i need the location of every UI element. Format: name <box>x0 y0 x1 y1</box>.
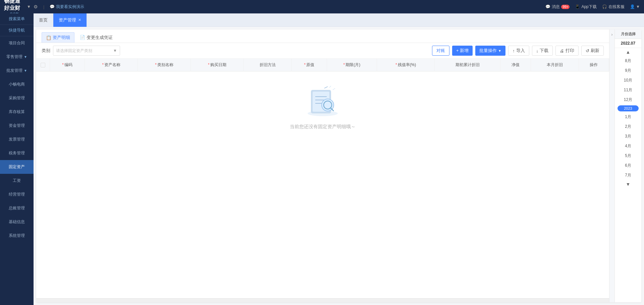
sidebar-item-search-menu[interactable]: 搜索菜单 <box>0 13 34 25</box>
sidebar-item-payroll[interactable]: 工资 <box>0 174 34 188</box>
download-button[interactable]: ↓ 下载 <box>532 46 553 56</box>
add-button[interactable]: + 新增 <box>452 46 473 56</box>
reconcile-button[interactable]: 对账 <box>432 46 449 56</box>
month-item-12[interactable]: 12月 <box>615 95 641 105</box>
toolbar-right: 对账 + 新增 批量操作 ▼ ↑ 导入 ↓ 下载 <box>432 46 604 56</box>
user-avatar[interactable]: 👤 ▼ <box>630 4 640 9</box>
sidebar-label: 库存核算 <box>9 109 25 115</box>
sidebar-label: 资金管理 <box>9 123 25 129</box>
sidebar: 搜索菜单 快捷导航 项目合同 零售管理 ▼ 批发管理 ▼ 小畅电商 采购管理 库… <box>0 13 34 305</box>
sidebar-item-retail[interactable]: 零售管理 ▼ <box>0 50 34 64</box>
table-header-row: *编码 *资产名称 *类别名称 *购买日期 折旧方法 *原值 *期限(月) *残… <box>36 59 609 71</box>
service-icon: 🎧 <box>602 4 607 9</box>
month-item-9[interactable]: 9月 <box>615 66 641 75</box>
sidebar-label: 经营管理 <box>9 192 25 197</box>
month-item-1[interactable]: 1月 <box>615 112 641 122</box>
online-service-button[interactable]: 🎧 在线客服 <box>602 4 625 10</box>
asset-table: *编码 *资产名称 *类别名称 *购买日期 折旧方法 *原值 *期限(月) *残… <box>36 59 609 71</box>
sub-tab-change-voucher[interactable]: 📄 变更生成凭证 <box>76 33 117 43</box>
bottom-scrollbar[interactable] <box>36 298 609 302</box>
refresh-button[interactable]: ↺ 刷新 <box>581 46 604 56</box>
tab-home[interactable]: 首页 <box>34 13 53 27</box>
svg-line-11 <box>333 88 335 90</box>
month-item-10[interactable]: 10月 <box>615 75 641 85</box>
settings-icon[interactable]: ⚙ <box>34 4 38 9</box>
category-select[interactable]: 请选择固定资产类别 ▼ <box>53 46 120 56</box>
sub-tab-label: 资产明细 <box>53 35 70 41</box>
sidebar-item-ecommerce[interactable]: 小畅电商 <box>0 78 34 91</box>
th-operations: 操作 <box>579 59 609 71</box>
th-net-value: 净值 <box>500 59 531 71</box>
download-icon: ↓ <box>536 48 539 53</box>
chevron-right-icon: › <box>611 32 613 37</box>
month-nav-down[interactable]: ▼ <box>615 180 641 188</box>
sidebar-label: 批发管理 <box>6 68 22 73</box>
year-badge-2023[interactable]: 2023 <box>618 105 639 111</box>
month-item-4[interactable]: 4月 <box>615 141 641 151</box>
message-badge: 99+ <box>561 5 570 9</box>
sidebar-item-general-ledger[interactable]: 总账管理 <box>0 201 34 215</box>
month-item-3[interactable]: 3月 <box>615 132 641 141</box>
demo-link[interactable]: 💬 我要看实例演示 <box>50 4 84 10</box>
sidebar-item-purchase[interactable]: 采购管理 <box>0 91 34 105</box>
toolbar-left: 类别 请选择固定资产类别 ▼ <box>42 46 429 56</box>
sub-tab-asset-detail[interactable]: 📋 资产明细 <box>42 32 74 43</box>
sidebar-item-basic-info[interactable]: 基础信息 <box>0 215 34 229</box>
month-nav-up[interactable]: ▲ <box>615 48 641 56</box>
sidebar-item-fixed-assets[interactable]: 固定资产 <box>0 160 34 174</box>
tab-close-icon[interactable]: ✕ <box>78 18 81 22</box>
sidebar-label: 工资 <box>13 178 21 184</box>
company-dropdown[interactable]: ▼ <box>27 4 31 9</box>
import-label: 导入 <box>516 48 525 54</box>
sidebar-item-finance[interactable]: 资金管理 <box>0 119 34 133</box>
category-placeholder: 请选择固定资产类别 <box>56 48 92 54</box>
month-item-7[interactable]: 7月 <box>615 170 641 180</box>
sidebar-item-inventory[interactable]: 库存核算 <box>0 105 34 119</box>
th-checkbox <box>36 59 50 71</box>
category-label: 类别 <box>42 48 50 54</box>
empty-state: 当前您还没有固定资产明细哦～ <box>36 71 609 143</box>
th-code: *编码 <box>50 59 85 71</box>
month-item-11[interactable]: 11月 <box>615 85 641 95</box>
search-menu-label: 搜索菜单 <box>9 16 25 21</box>
app-download-button[interactable]: 📱 App下载 <box>575 4 596 10</box>
month-item-5[interactable]: 5月 <box>615 151 641 161</box>
chevron-down-icon: ▼ <box>24 55 27 59</box>
th-purchase-date: *购买日期 <box>191 59 244 71</box>
month-item-6[interactable]: 6月 <box>615 161 641 170</box>
th-depreciation-method: 折旧方法 <box>244 59 291 71</box>
sidebar-item-project-contract[interactable]: 项目合同 <box>0 36 34 50</box>
month-item-8[interactable]: 8月 <box>615 56 641 66</box>
quick-nav-label: 快捷导航 <box>9 28 25 33</box>
toolbar: 类别 请选择固定资产类别 ▼ 对账 + 新增 批量操作 ▼ <box>36 43 609 59</box>
top-bar-left: 畅捷通好业财 专业版 ▼ ⚙ | 💬 我要看实例演示 <box>4 0 541 13</box>
panel-toggle[interactable]: › <box>609 30 614 302</box>
sidebar-item-tax[interactable]: 税务管理 <box>0 146 34 160</box>
top-bar: 畅捷通好业财 专业版 ▼ ⚙ | 💬 我要看实例演示 💬 消息 99+ 📱 Ap… <box>0 0 644 13</box>
sidebar-item-wholesale[interactable]: 批发管理 ▼ <box>0 64 34 78</box>
th-category-name: *类别名称 <box>138 59 191 71</box>
month-item-2[interactable]: 2月 <box>615 122 641 132</box>
sidebar-item-operations[interactable]: 经营管理 <box>0 188 34 201</box>
refresh-icon: ↺ <box>586 48 589 53</box>
import-icon: ↑ <box>513 48 515 53</box>
dropdown-arrow-icon: ▼ <box>113 48 117 53</box>
import-button[interactable]: ↑ 导入 <box>508 46 529 56</box>
print-label: 打印 <box>566 48 574 54</box>
chevron-down-icon: ▼ <box>24 69 27 72</box>
tab-asset-management[interactable]: 资产管理 ✕ <box>53 13 87 27</box>
message-icon: 💬 <box>545 4 550 9</box>
sidebar-label: 系统管理 <box>9 233 25 239</box>
sidebar-item-quick-nav[interactable]: 快捷导航 <box>0 25 34 36</box>
select-all-checkbox[interactable] <box>41 63 45 67</box>
sidebar-label: 小畅电商 <box>9 82 25 87</box>
th-period: *期限(月) <box>327 59 377 71</box>
print-button[interactable]: 🖨 打印 <box>555 46 579 56</box>
th-residual-rate: *残值率(%) <box>377 59 434 71</box>
sub-tab-label: 变更生成凭证 <box>87 35 113 41</box>
table-container: *编码 *资产名称 *类别名称 *购买日期 折旧方法 *原值 *期限(月) *残… <box>36 59 609 298</box>
batch-ops-button[interactable]: 批量操作 ▼ <box>475 46 505 56</box>
messages-button[interactable]: 💬 消息 99+ <box>545 4 570 10</box>
sidebar-item-system[interactable]: 系统管理 <box>0 229 34 243</box>
sidebar-item-invoice[interactable]: 发票管理 <box>0 133 34 146</box>
